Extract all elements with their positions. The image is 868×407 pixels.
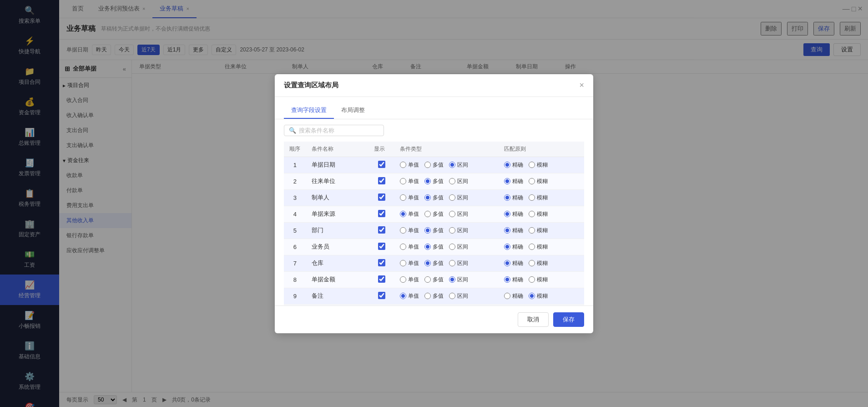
radio-multiple-1[interactable]: 多值 xyxy=(424,178,444,185)
cell-match-0: 精确 模糊 xyxy=(499,157,584,173)
show-checkbox-0[interactable] xyxy=(378,161,385,168)
radio-exact-2[interactable]: 精确 xyxy=(504,194,523,202)
cell-show-0 xyxy=(368,157,395,173)
table-row: 4 单据来源 单值 多值 区间 xyxy=(284,206,584,222)
cell-match-6: 精确 模糊 xyxy=(499,255,584,271)
search-input-wrap[interactable]: 🔍 xyxy=(284,125,384,136)
cell-match-3: 精确 模糊 xyxy=(499,206,584,222)
radio-range-1[interactable]: 区间 xyxy=(449,178,468,185)
radio-range-5[interactable]: 区间 xyxy=(449,243,468,251)
radio-fuzzy-4[interactable]: 模糊 xyxy=(529,227,548,234)
settings-data-table: 顺序 条件名称 显示 条件类型 匹配原则 1 单据日期 xyxy=(284,142,584,305)
radio-single-8[interactable]: 单值 xyxy=(400,292,419,300)
radio-exact-8[interactable]: 精确 xyxy=(504,292,523,300)
cell-show-6 xyxy=(368,255,395,271)
radio-exact-7[interactable]: 精确 xyxy=(504,276,523,284)
cell-type-1: 单值 多值 区间 xyxy=(394,173,498,189)
radio-multiple-7[interactable]: 多值 xyxy=(424,276,444,284)
radio-fuzzy-8[interactable]: 模糊 xyxy=(529,292,548,300)
cell-match-1: 精确 模糊 xyxy=(499,173,584,189)
radio-fuzzy-5[interactable]: 模糊 xyxy=(529,243,548,251)
cell-order-1: 2 xyxy=(284,173,306,189)
show-checkbox-8[interactable] xyxy=(378,292,385,299)
radio-fuzzy-6[interactable]: 模糊 xyxy=(529,259,548,267)
modal-header: 设置查询区域布局 × xyxy=(275,74,593,97)
radio-range-8[interactable]: 区间 xyxy=(449,292,468,300)
show-checkbox-7[interactable] xyxy=(378,275,385,283)
radio-multiple-6[interactable]: 多值 xyxy=(424,259,444,267)
cell-match-8: 精确 模糊 xyxy=(499,288,584,304)
modal-title: 设置查询区域布局 xyxy=(284,81,579,90)
radio-range-2[interactable]: 区间 xyxy=(449,194,468,202)
col-header-name: 条件名称 xyxy=(306,142,368,157)
radio-exact-0[interactable]: 精确 xyxy=(504,161,523,169)
modal-save-button[interactable]: 保存 xyxy=(553,312,584,327)
cell-show-7 xyxy=(368,271,395,288)
radio-exact-1[interactable]: 精确 xyxy=(504,178,523,185)
cancel-button[interactable]: 取消 xyxy=(518,312,549,327)
cell-name-8: 备注 xyxy=(306,288,368,304)
radio-range-3[interactable]: 区间 xyxy=(449,210,468,218)
cell-order-2: 3 xyxy=(284,189,306,206)
radio-multiple-2[interactable]: 多值 xyxy=(424,194,444,202)
radio-exact-3[interactable]: 精确 xyxy=(504,210,523,218)
cell-order-7: 8 xyxy=(284,271,306,288)
show-checkbox-6[interactable] xyxy=(378,259,385,266)
radio-range-0[interactable]: 区间 xyxy=(449,161,468,169)
cell-order-3: 4 xyxy=(284,206,306,222)
show-checkbox-1[interactable] xyxy=(378,177,385,184)
radio-fuzzy-0[interactable]: 模糊 xyxy=(529,161,548,169)
radio-single-4[interactable]: 单值 xyxy=(400,227,419,234)
search-input[interactable] xyxy=(299,127,379,134)
radio-single-0[interactable]: 单值 xyxy=(400,161,419,169)
radio-fuzzy-3[interactable]: 模糊 xyxy=(529,210,548,218)
table-row: 1 单据日期 单值 多值 区间 xyxy=(284,157,584,173)
radio-single-3[interactable]: 单值 xyxy=(400,210,419,218)
table-header-row: 顺序 条件名称 显示 条件类型 匹配原则 xyxy=(284,142,584,157)
cell-show-4 xyxy=(368,222,395,239)
radio-single-2[interactable]: 单值 xyxy=(400,194,419,202)
radio-multiple-8[interactable]: 多值 xyxy=(424,292,444,300)
radio-multiple-3[interactable]: 多值 xyxy=(424,210,444,218)
cell-show-8 xyxy=(368,288,395,304)
radio-single-7[interactable]: 单值 xyxy=(400,276,419,284)
radio-range-7[interactable]: 区间 xyxy=(449,276,468,284)
radio-fuzzy-2[interactable]: 模糊 xyxy=(529,194,548,202)
col-header-show: 显示 xyxy=(368,142,395,157)
radio-single-1[interactable]: 单值 xyxy=(400,178,419,185)
radio-fuzzy-1[interactable]: 模糊 xyxy=(529,178,548,185)
table-row: 8 单据金额 单值 多值 区间 xyxy=(284,271,584,288)
radio-single-5[interactable]: 单值 xyxy=(400,243,419,251)
radio-multiple-0[interactable]: 多值 xyxy=(424,161,444,169)
table-row: 3 制单人 单值 多值 区间 xyxy=(284,189,584,206)
radio-single-6[interactable]: 单值 xyxy=(400,259,419,267)
cell-name-7: 单据金额 xyxy=(306,271,368,288)
radio-exact-4[interactable]: 精确 xyxy=(504,227,523,234)
col-header-type: 条件类型 xyxy=(394,142,498,157)
cell-show-3 xyxy=(368,206,395,222)
radio-multiple-5[interactable]: 多值 xyxy=(424,243,444,251)
show-checkbox-4[interactable] xyxy=(378,226,385,234)
modal-tab-layout[interactable]: 布局调整 xyxy=(334,102,372,119)
cell-order-0: 1 xyxy=(284,157,306,173)
cell-match-5: 精确 模糊 xyxy=(499,239,584,255)
show-checkbox-3[interactable] xyxy=(378,210,385,217)
cell-type-6: 单值 多值 区间 xyxy=(394,255,498,271)
radio-fuzzy-7[interactable]: 模糊 xyxy=(529,276,548,284)
show-checkbox-5[interactable] xyxy=(378,243,385,250)
modal-overlay[interactable]: 设置查询区域布局 × 查询字段设置 布局调整 🔍 顺序 xyxy=(0,0,868,407)
modal-tab-query-fields[interactable]: 查询字段设置 xyxy=(284,102,334,119)
radio-exact-6[interactable]: 精确 xyxy=(504,259,523,267)
cell-match-2: 精确 模糊 xyxy=(499,189,584,206)
radio-range-6[interactable]: 区间 xyxy=(449,259,468,267)
table-row: 7 仓库 单值 多值 区间 xyxy=(284,255,584,271)
cell-type-8: 单值 多值 区间 xyxy=(394,288,498,304)
radio-exact-5[interactable]: 精确 xyxy=(504,243,523,251)
modal-tabs: 查询字段设置 布局调整 xyxy=(275,97,593,119)
radio-multiple-4[interactable]: 多值 xyxy=(424,227,444,234)
cell-type-2: 单值 多值 区间 xyxy=(394,189,498,206)
modal-close-button[interactable]: × xyxy=(579,81,584,90)
settings-table: 顺序 条件名称 显示 条件类型 匹配原则 1 单据日期 xyxy=(275,142,593,305)
radio-range-4[interactable]: 区间 xyxy=(449,227,468,234)
show-checkbox-2[interactable] xyxy=(378,193,385,201)
